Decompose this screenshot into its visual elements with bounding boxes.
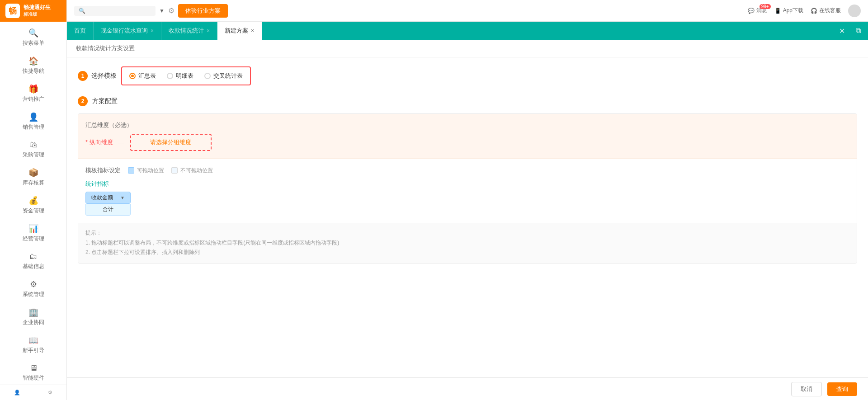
settings-bottom-icon: ⚙ xyxy=(48,390,52,395)
notifications-button[interactable]: 💬 消息 99+ xyxy=(748,7,767,14)
industry-solution-button[interactable]: 体验行业方案 xyxy=(178,4,228,18)
tip1: 1. 拖动标题栏可以调整布局，不可跨维度或指标区域拖动栏目字段(只能在同一维度或… xyxy=(85,238,849,248)
sidebar-item-label: 库存核算 xyxy=(23,179,44,187)
search-icon: 🔍 xyxy=(28,28,38,38)
metrics-label-row: 模板指标设定 可拖动位置 不可拖动位置 xyxy=(85,166,849,174)
sidebar-item-enterprise[interactable]: 🏢 企业协同 xyxy=(0,303,66,331)
non-draggable-toggle: 不可拖动位置 xyxy=(171,167,213,174)
sidebar-bottom: 👤 ⚙ xyxy=(0,385,66,400)
step1-title: 选择模板 xyxy=(91,72,117,80)
sidebar-item-purchase[interactable]: 🛍 采购管理 xyxy=(0,136,66,163)
settings-gear-icon[interactable]: ⚙ xyxy=(168,6,175,15)
non-draggable-indicator xyxy=(171,167,178,174)
radio-cross[interactable]: 交叉统计表 xyxy=(204,72,243,80)
radio-summary-label: 汇总表 xyxy=(138,72,156,80)
gift-icon: 🎁 xyxy=(28,84,38,94)
radio-cross-circle xyxy=(204,73,211,79)
sidebar-item-label: 企业协同 xyxy=(23,319,44,326)
sidebar-item-label: 采购管理 xyxy=(23,151,44,159)
tab-bank-flow-label: 现金银行流水查询 xyxy=(101,27,148,35)
tab-new-plan-close[interactable]: × xyxy=(251,28,254,34)
draggable-indicator xyxy=(128,167,134,174)
metric-tag[interactable]: 收款金额 ▼ xyxy=(85,192,131,204)
dimension-placeholder[interactable]: 请选择分组维度 xyxy=(130,134,212,151)
tab-collection-stats[interactable]: 收款情况统计 × xyxy=(161,22,217,40)
tab-collection-stats-label: 收款情况统计 xyxy=(169,27,204,35)
tab-bank-flow-close[interactable]: × xyxy=(151,28,154,34)
book-icon: 📖 xyxy=(28,335,38,345)
dimension-row: * 纵向维度 — 请选择分组维度 xyxy=(85,134,849,151)
form-card: 1 选择模板 汇总表 明细表 xyxy=(67,57,868,377)
query-button[interactable]: 查询 xyxy=(827,382,857,396)
radio-detail-circle xyxy=(167,73,173,79)
sidebar-nav: 🔍 搜索菜单 🏠 快捷导航 🎁 营销推广 👤 销售管理 🛍 采购管理 📦 库存核… xyxy=(0,22,66,385)
radio-cross-label: 交叉统计表 xyxy=(213,72,243,80)
user-avatar[interactable] xyxy=(848,5,861,17)
sidebar-item-sales[interactable]: 👤 销售管理 xyxy=(0,108,66,136)
search-icon: 🔍 xyxy=(79,8,85,14)
sidebar-item-guide[interactable]: 📖 新手引导 xyxy=(0,331,66,359)
sidebar-item-quick-nav[interactable]: 🏠 快捷导航 xyxy=(0,52,66,80)
bag-icon: 🛍 xyxy=(29,140,38,150)
step2-number: 2 xyxy=(78,96,88,106)
logo-icon: 畅 xyxy=(5,4,20,18)
header: 🔍 ▼ ⚙ 体验行业方案 💬 消息 99+ 📱 App下载 🎧 在线客服 xyxy=(67,0,868,22)
dimension-area: 汇总维度（必选） * 纵向维度 — 请选择分组维度 xyxy=(78,114,857,159)
page-title: 收款情况统计方案设置 xyxy=(76,45,135,52)
radio-detail[interactable]: 明细表 xyxy=(167,72,193,80)
gear-icon: ⚙ xyxy=(30,279,37,289)
monitor-icon: 🖥 xyxy=(29,363,38,373)
tab-bar-actions: ✕ ⧉ xyxy=(835,24,868,37)
step2-header: 2 方案配置 xyxy=(78,96,857,106)
building-icon: 🏢 xyxy=(28,307,38,317)
dropdown-chevron-icon: ▼ xyxy=(159,8,165,14)
header-dropdown[interactable]: ▼ xyxy=(159,8,165,14)
sidebar-item-search[interactable]: 🔍 搜索菜单 xyxy=(0,24,66,52)
search-bar[interactable]: 🔍 xyxy=(74,6,156,16)
dimension-title: 汇总维度（必选） xyxy=(85,121,849,129)
template-options: 汇总表 明细表 交叉统计表 xyxy=(121,66,251,85)
cancel-button[interactable]: 取消 xyxy=(791,382,822,396)
logo-name: 畅捷通好生 xyxy=(24,4,51,11)
config-section: 汇总维度（必选） * 纵向维度 — 请选择分组维度 xyxy=(78,113,857,264)
tab-home-label: 首页 xyxy=(74,27,86,35)
sidebar-settings-btn[interactable]: ⚙ xyxy=(48,390,52,395)
restore-tab-action[interactable]: ⧉ xyxy=(852,24,864,37)
step2-title: 方案配置 xyxy=(92,97,118,105)
tip2: 2. 点击标题栏下拉可设置排序、插入列和删除列 xyxy=(85,248,849,258)
radio-summary-circle xyxy=(129,73,136,79)
step2-section: 2 方案配置 汇总维度（必选） * 纵向维度 — 请选择分组维度 xyxy=(78,96,857,264)
sidebar-item-operations[interactable]: 📊 经营管理 xyxy=(0,219,66,247)
sidebar-item-inventory[interactable]: 📦 库存核算 xyxy=(0,163,66,191)
folder-icon: 🗂 xyxy=(29,252,38,261)
step1-section: 1 选择模板 汇总表 明细表 xyxy=(78,66,857,85)
sidebar-item-system[interactable]: ⚙ 系统管理 xyxy=(0,275,66,303)
tab-collection-stats-close[interactable]: × xyxy=(207,28,210,34)
page-title-bar: 收款情况统计方案设置 xyxy=(67,40,868,57)
tips-title: 提示： xyxy=(85,230,102,236)
sidebar-item-basic[interactable]: 🗂 基础信息 xyxy=(0,247,66,275)
radio-summary[interactable]: 汇总表 xyxy=(129,72,156,80)
box-icon: 📦 xyxy=(28,168,38,178)
online-service-button[interactable]: 🎧 在线客服 xyxy=(811,7,841,14)
metric-chevron-icon: ▼ xyxy=(120,195,125,200)
app-download-button[interactable]: 📱 App下载 xyxy=(774,7,803,14)
logo-sub: 标准版 xyxy=(24,11,51,18)
home-icon: 🏠 xyxy=(28,56,38,66)
sidebar-item-label: 资金管理 xyxy=(23,207,44,215)
tab-new-plan[interactable]: 新建方案 × xyxy=(217,22,262,40)
search-input[interactable] xyxy=(87,8,151,14)
close-tab-action[interactable]: ✕ xyxy=(835,24,848,37)
sidebar-item-hardware[interactable]: 🖥 智能硬件 xyxy=(0,359,66,385)
metric-sub: 合计 xyxy=(85,204,131,216)
tab-bank-flow[interactable]: 现金银行流水查询 × xyxy=(94,22,161,40)
sidebar-item-label: 快捷导航 xyxy=(23,67,44,75)
tab-home[interactable]: 首页 xyxy=(67,22,94,40)
draggable-toggle: 可拖动位置 xyxy=(128,167,164,174)
bottom-bar: 取消 查询 xyxy=(67,377,868,400)
step1-number: 1 xyxy=(78,71,88,81)
sidebar-user-btn[interactable]: 👤 xyxy=(14,390,20,395)
metric-name: 收款金额 xyxy=(91,194,113,202)
sidebar-item-marketing[interactable]: 🎁 营销推广 xyxy=(0,80,66,108)
sidebar-item-funds[interactable]: 💰 资金管理 xyxy=(0,191,66,219)
